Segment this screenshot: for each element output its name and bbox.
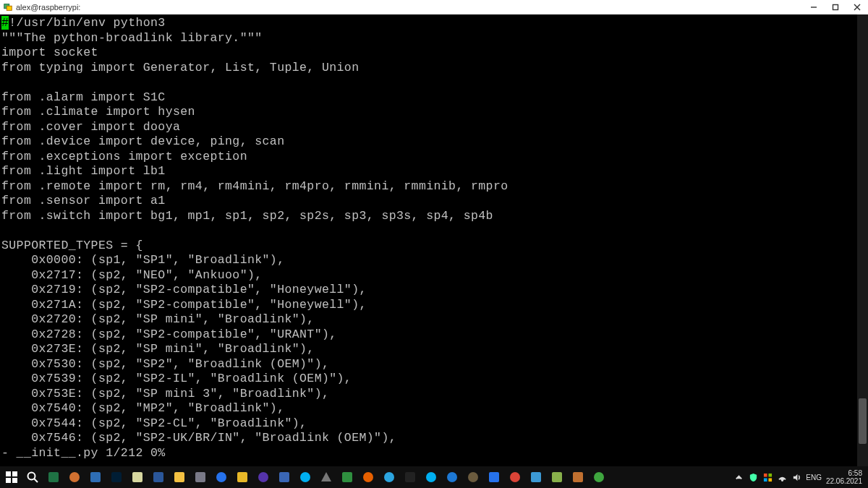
window-titlebar: alex@raspberrypi:: [0, 0, 868, 14]
svg-point-30: [426, 472, 436, 482]
taskbar-skype2-icon[interactable]: [421, 467, 441, 487]
svg-rect-12: [48, 472, 59, 482]
code-line: from .cover import dooya: [1, 120, 868, 135]
code-line: 0x2728: (sp2, "SP2-compatible", "URANT")…: [1, 328, 868, 343]
taskbar-save-icon[interactable]: [274, 467, 294, 487]
scrollbar-thumb[interactable]: [859, 398, 867, 444]
code-line: 0x7544: (sp2, "SP2-CL", "Broadlink"),: [1, 416, 868, 432]
code-line: 0x271A: (sp2, "SP2-compatible", "Honeywe…: [1, 298, 868, 313]
svg-point-43: [781, 479, 783, 481]
taskbar-utorrent-icon[interactable]: [589, 467, 609, 487]
taskbar-globe-icon[interactable]: [211, 467, 231, 487]
window-title: alex@raspberrypi:: [16, 3, 80, 12]
taskbar-search-icon[interactable]: [22, 467, 43, 487]
code-line: 0x7530: (sp2, "SP2", "Broadlink (OEM)"),: [1, 357, 868, 372]
minimize-button[interactable]: [803, 0, 825, 14]
svg-point-27: [363, 472, 373, 482]
svg-rect-33: [489, 472, 499, 482]
svg-point-20: [216, 472, 226, 482]
terminal-scrollbar[interactable]: [857, 14, 868, 466]
svg-rect-23: [279, 472, 289, 482]
svg-point-13: [69, 472, 80, 482]
svg-point-31: [447, 472, 457, 482]
taskbar-realtek-icon[interactable]: [64, 467, 85, 487]
taskbar-skype-icon[interactable]: [295, 467, 315, 487]
taskbar-chrome-icon[interactable]: [505, 467, 525, 487]
svg-rect-39: [764, 473, 767, 476]
svg-rect-41: [764, 478, 767, 481]
maximize-button[interactable]: [825, 0, 846, 14]
tray-network-icon[interactable]: [777, 472, 787, 482]
taskbar-notepad-icon[interactable]: [127, 467, 148, 487]
tray-shield-icon[interactable]: [748, 472, 758, 482]
taskbar-mail-icon[interactable]: [568, 467, 588, 487]
system-tray: ENG 6:58 22.06.2021: [733, 466, 865, 488]
svg-rect-26: [342, 472, 352, 482]
taskbar-word-icon[interactable]: [148, 467, 169, 487]
tray-ms-icon[interactable]: [762, 472, 773, 482]
taskbar-excel-icon[interactable]: [43, 467, 64, 487]
taskbar-brackets-icon[interactable]: [85, 467, 106, 487]
svg-rect-6: [6, 471, 11, 476]
terminal-pane[interactable]: #!/usr/bin/env python3"""The python-broa…: [0, 14, 868, 466]
code-line: 0x7546: (sp2, "SP2-UK/BR/IN", "Broadlink…: [1, 431, 868, 446]
code-line: 0x2719: (sp2, "SP2-compatible", "Honeywe…: [1, 283, 868, 298]
taskbar-telegram-icon[interactable]: [379, 467, 399, 487]
taskbar-media-icon[interactable]: [253, 467, 273, 487]
taskbar-terminal-icon[interactable]: [400, 467, 420, 487]
taskbar-pen-icon[interactable]: [547, 467, 567, 487]
svg-point-24: [300, 472, 310, 482]
tray-time: 6:58: [826, 469, 862, 477]
svg-rect-35: [531, 472, 541, 482]
code-line: from .alarm import S1C: [1, 90, 868, 106]
code-line: from .remote import rm, rm4, rm4mini, rm…: [1, 179, 868, 194]
svg-rect-15: [111, 472, 122, 482]
taskbar-leaf-icon[interactable]: [337, 467, 357, 487]
code-line: SUPPORTED_TYPES = {: [1, 239, 868, 254]
code-line: from .light import lb1: [1, 164, 868, 179]
code-line: from .climate import hysen: [1, 105, 868, 120]
taskbar-firefox-icon[interactable]: [358, 467, 378, 487]
taskbar-triangle-icon[interactable]: [316, 467, 336, 487]
taskbar-sticky-notes-icon[interactable]: [232, 467, 252, 487]
tray-language[interactable]: ENG: [806, 474, 822, 481]
close-button[interactable]: [846, 0, 868, 14]
svg-rect-16: [132, 472, 142, 482]
tray-chevron-up-icon[interactable]: [733, 472, 744, 482]
code-line: from .exceptions import exception: [1, 150, 868, 165]
taskbar-explorer-icon[interactable]: [169, 467, 190, 487]
svg-point-28: [384, 472, 394, 482]
taskbar-gimp-icon[interactable]: [463, 467, 483, 487]
code-line: [1, 75, 868, 90]
windows-taskbar: ENG 6:58 22.06.2021: [0, 466, 868, 488]
svg-rect-40: [768, 473, 772, 476]
svg-rect-37: [573, 472, 583, 482]
code-line: 0x7539: (sp2, "SP2-IL", "Broadlink (OEM)…: [1, 372, 868, 387]
svg-rect-36: [552, 472, 562, 482]
code-line: from .device import device, ping, scan: [1, 134, 868, 150]
tray-clock[interactable]: 6:58 22.06.2021: [826, 469, 865, 485]
taskbar-settings-icon[interactable]: [190, 467, 210, 487]
taskbar-vscode-icon[interactable]: [526, 467, 546, 487]
code-line: import socket: [1, 46, 868, 61]
svg-rect-7: [12, 471, 17, 476]
svg-rect-1: [7, 6, 12, 10]
svg-rect-17: [153, 472, 163, 482]
code-line: [1, 223, 868, 239]
taskbar-start-icon[interactable]: [1, 467, 22, 487]
terminal-cursor: #: [1, 16, 9, 30]
code-line: #!/usr/bin/env python3: [1, 16, 868, 31]
svg-marker-25: [321, 472, 331, 481]
tray-volume-icon[interactable]: [791, 472, 801, 482]
tray-date: 22.06.2021: [826, 477, 862, 485]
svg-point-34: [510, 472, 520, 482]
window-controls: [803, 0, 868, 14]
taskbar-edge-icon[interactable]: [442, 467, 462, 487]
editor-status-line: - __init__.py 1/212 0%: [1, 446, 868, 461]
code-line: 0x753E: (sp2, "SP mini 3", "Broadlink"),: [1, 387, 868, 402]
taskbar-onedrive-icon[interactable]: [484, 467, 504, 487]
taskbar-photoshop-icon[interactable]: [106, 467, 127, 487]
svg-rect-3: [833, 5, 838, 10]
svg-rect-14: [90, 472, 101, 482]
code-content: #!/usr/bin/env python3"""The python-broa…: [1, 16, 868, 461]
